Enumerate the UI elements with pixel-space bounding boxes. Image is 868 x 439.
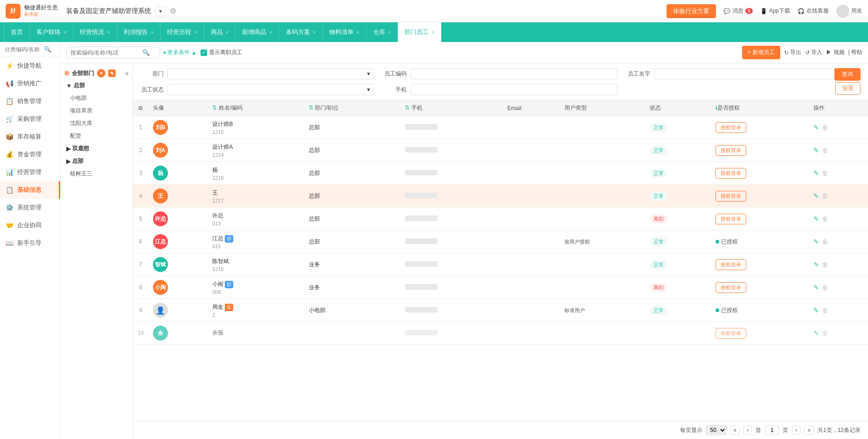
search-input[interactable] (70, 49, 140, 56)
edit-btn[interactable]: ✎ (813, 215, 819, 223)
nav-item-bom[interactable]: 物料清单 × (323, 22, 366, 42)
auth-login-btn[interactable]: 授权登录 (715, 145, 746, 156)
nav-item-barcode[interactable]: 条码方案 × (279, 22, 323, 42)
dept-collapse-btn[interactable]: « (125, 70, 129, 77)
auth-login-btn[interactable]: 授权登录 (715, 122, 746, 133)
delete-btn[interactable]: 🗑 (822, 215, 828, 223)
delete-btn[interactable]: 🗑 (822, 261, 828, 268)
page-number-input[interactable] (765, 425, 779, 435)
sidebar-item-basic[interactable]: 📋 基础信息 (0, 181, 60, 199)
auth-login-btn[interactable]: 授权登录 (715, 259, 746, 270)
dept-filter-select[interactable]: ▾ (167, 68, 374, 79)
system-dropdown-btn[interactable]: ▾ (155, 6, 166, 16)
nav-close-profit[interactable]: × (151, 29, 153, 35)
trial-button[interactable]: 体验行业方案 (667, 4, 716, 18)
online-service-btn[interactable]: 🎧 在线客服 (798, 7, 829, 15)
dept-group-shuangluxiang[interactable]: ▶ 双鹿想 (61, 142, 132, 155)
delete-btn[interactable]: 🗑 (822, 192, 828, 200)
auth-login-btn[interactable]: 授权登录 (715, 214, 746, 224)
nav-item-department[interactable]: 部门员工 × (398, 22, 441, 42)
set-button[interactable]: 设置 (835, 82, 861, 95)
dept-item-zhishu[interactable]: 植树王三 (61, 167, 132, 180)
nav-close-warehouse[interactable]: × (388, 29, 391, 35)
nav-close-barcode[interactable]: × (313, 29, 316, 35)
user-area[interactable]: 用友 (836, 5, 862, 18)
last-page-btn[interactable]: » (804, 425, 814, 435)
export-button[interactable]: ↻ 导出 (784, 49, 801, 56)
auth-login-btn[interactable]: 授权登录 (715, 191, 746, 202)
dept-edit-btn[interactable]: ✎ (108, 70, 116, 77)
sidebar-item-sales[interactable]: 📋 销售管理 (0, 92, 60, 110)
dept-item-shenyang[interactable]: 沈阳大库 (61, 117, 132, 130)
query-button[interactable]: 查询 (834, 68, 861, 81)
edit-btn[interactable]: ✎ (813, 238, 819, 245)
nav-close-operation[interactable]: × (107, 29, 110, 35)
nav-item-add-goods[interactable]: 新增商品 × (236, 22, 279, 42)
nav-item-warehouse[interactable]: 仓库 × (367, 22, 398, 42)
sidebar-item-finance[interactable]: 💰 资金管理 (0, 146, 60, 163)
sidebar-search-input[interactable] (5, 46, 42, 53)
sidebar-item-collab[interactable]: 🤝 企业协同 (0, 216, 60, 234)
emp-status-select[interactable]: ▾ (167, 84, 374, 95)
video-btn[interactable]: ▶ 视频 (826, 49, 844, 56)
app-download-btn[interactable]: 📱 App下载 (760, 7, 790, 15)
edit-btn[interactable]: ✎ (813, 284, 819, 291)
sort-name-icon[interactable]: ⇅ (212, 105, 217, 111)
delete-btn[interactable]: 🗑 (822, 124, 828, 131)
edit-btn[interactable]: ✎ (813, 261, 819, 268)
phone-filter-input[interactable] (410, 84, 617, 95)
next-page-btn[interactable]: › (792, 425, 800, 435)
edit-btn[interactable]: ✎ (813, 307, 819, 314)
nav-item-customer[interactable]: 客户联络 × (30, 22, 73, 42)
sidebar-item-quick-nav[interactable]: ⚡ 快捷导航 (0, 57, 60, 75)
sidebar-item-purchase[interactable]: 🛒 采购管理 (0, 110, 60, 128)
delete-btn[interactable]: 🗑 (822, 169, 828, 177)
message-btn[interactable]: 💬 消息 6 (723, 7, 753, 15)
auth-login-btn[interactable]: 授权登录 (715, 282, 746, 293)
sidebar-item-inventory[interactable]: 📦 库存核算 (0, 128, 60, 146)
nav-item-profit[interactable]: 利润报告 × (117, 22, 160, 42)
nav-close-history[interactable]: × (194, 29, 197, 35)
nav-close-add-goods[interactable]: × (269, 29, 272, 35)
edit-btn[interactable]: ✎ (813, 329, 819, 337)
dept-item-distribution[interactable]: 配货 (61, 130, 132, 142)
prev-page-btn[interactable]: ‹ (743, 425, 752, 435)
nav-item-goods[interactable]: 商品 × (204, 22, 236, 42)
edit-btn[interactable]: ✎ (813, 146, 819, 154)
more-filter-btn[interactable]: ▾ 更多条件 ▲ (163, 49, 197, 56)
delete-btn[interactable]: 🗑 (822, 307, 828, 314)
edit-btn[interactable]: ✎ (813, 169, 819, 177)
nav-item-history[interactable]: 经营历程 × (160, 22, 204, 42)
nav-item-home[interactable]: 首页 (4, 22, 30, 42)
edit-btn[interactable]: ✎ (813, 192, 819, 200)
show-resigned-checkbox[interactable]: ✓ (201, 49, 207, 56)
delete-btn[interactable]: 🗑 (822, 329, 828, 337)
import-button[interactable]: ↺ 导入 (805, 49, 822, 56)
sidebar-item-marketing[interactable]: 📢 营销推广 (0, 75, 60, 92)
delete-btn[interactable]: 🗑 (822, 284, 828, 291)
auth-login-btn[interactable]: 授权登录 (715, 328, 746, 339)
sidebar-item-guide[interactable]: 📖 新手引导 (0, 234, 60, 252)
nav-close-customer[interactable]: × (63, 29, 66, 35)
first-page-btn[interactable]: « (730, 425, 740, 435)
per-page-select[interactable]: 50 (706, 425, 727, 435)
edit-btn[interactable]: ✎ (813, 124, 819, 131)
sidebar-item-system[interactable]: ⚙️ 系统管理 (0, 199, 60, 216)
help-btn[interactable]: | 帮助 (848, 49, 862, 56)
sort-dept-icon[interactable]: ⇅ (309, 105, 313, 111)
dept-item-xiaodian[interactable]: 小电部 (61, 92, 132, 105)
nav-close-department[interactable]: × (431, 29, 434, 35)
nav-item-operation[interactable]: 经营情况 × (73, 22, 117, 42)
sidebar-item-business[interactable]: 📊 经营管理 (0, 163, 60, 181)
emp-name-input[interactable] (654, 68, 861, 79)
nav-close-bom[interactable]: × (356, 29, 359, 35)
nav-close-goods[interactable]: × (226, 29, 229, 35)
delete-btn[interactable]: 🗑 (822, 146, 828, 154)
gear-icon-btn[interactable]: ⚙ (170, 7, 176, 15)
dept-item-project[interactable]: 项目库房 (61, 105, 132, 117)
delete-btn[interactable]: 🗑 (822, 238, 828, 245)
dept-group-zongbu2[interactable]: ▶ 总部 (61, 155, 132, 167)
auth-login-btn[interactable]: 授权登录 (715, 168, 746, 179)
dept-add-btn[interactable]: + (97, 69, 105, 77)
sort-phone-icon[interactable]: ⇅ (405, 105, 410, 111)
